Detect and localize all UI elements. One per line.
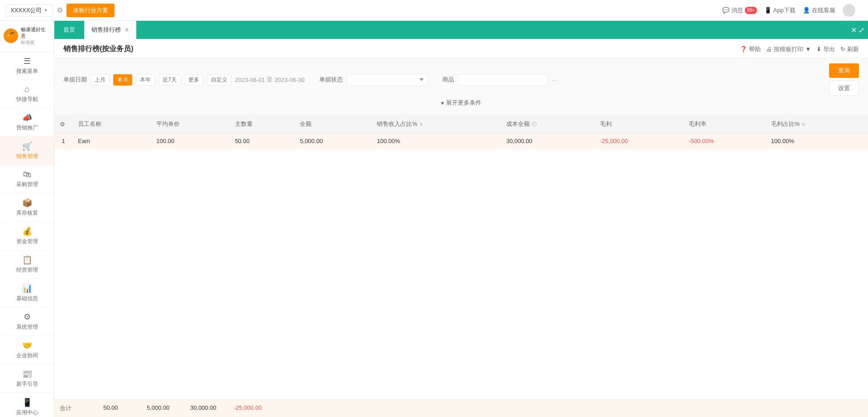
finance-icon: 💰: [22, 226, 32, 236]
sidebar-item-operation[interactable]: 📋 经营管理: [0, 250, 54, 279]
sidebar-label-collab: 企业协同: [16, 352, 38, 359]
online-service-label: 在线客服: [812, 6, 835, 14]
footer-amount-cell: 5,000.00: [147, 404, 183, 412]
data-table: ⚙ 员工名称 平均单价 主数量 全额 销售收入占比% ⇅ 成本全额: [54, 115, 868, 149]
date-separator: 至: [267, 76, 273, 84]
expand-more-btn[interactable]: ▾ 展开更多条件: [441, 99, 481, 107]
col-sales-pct: 销售收入占比% ⇅: [371, 115, 500, 133]
date-year-btn[interactable]: 本年: [136, 74, 155, 86]
message-icon: 💬: [722, 7, 729, 14]
col-cost: 成本全额 ⓘ: [501, 115, 595, 133]
app-download-btn[interactable]: 📱 App下载: [764, 6, 796, 14]
settings-btn[interactable]: 设置: [829, 81, 859, 96]
footer-cost: 30,000.00: [190, 404, 216, 411]
footer-gross-cell: -25,000.00: [234, 404, 270, 412]
help-icon: ❓: [740, 46, 747, 53]
tab-home[interactable]: 首页: [54, 21, 84, 39]
sidebar-item-sales[interactable]: 🛒 销售管理: [0, 137, 54, 165]
col-gross-pct: 毛利占比% ⇅: [766, 115, 868, 133]
refresh-label: 刷新: [847, 45, 859, 53]
filter-item-goods: 商品 ···: [442, 74, 557, 86]
footer-qty-cell: 50.00: [103, 404, 139, 412]
date-current-btn[interactable]: 本月: [113, 74, 132, 86]
online-service-btn[interactable]: 👤 在线客服: [803, 6, 835, 14]
tab-sales-rank[interactable]: 销售排行榜 ✕: [84, 21, 136, 39]
filter-item-date: 单据日期 上月 本月 本年 近7天 更多 自定义 2023-06-01 至 20…: [63, 74, 305, 86]
export-btn[interactable]: ⬇ 导出: [816, 45, 835, 53]
refresh-btn[interactable]: ↻ 刷新: [840, 45, 859, 53]
guide-icon: 📰: [22, 369, 32, 379]
gross-pct-sort-icon[interactable]: ⇅: [801, 122, 805, 127]
message-badge: 99+: [745, 7, 757, 14]
page-actions: ❓ 帮助 🖨 按模板打印 ▼ ⬇ 导出 ↻ 刷新: [740, 45, 859, 53]
table-area: ⚙ 员工名称 平均单价 主数量 全额 销售收入占比% ⇅ 成本全额: [54, 115, 868, 399]
sidebar-label-base: 基础信息: [16, 295, 38, 302]
date-label: 单据日期: [63, 76, 87, 84]
table-header-row: ⚙ 员工名称 平均单价 主数量 全额 销售收入占比% ⇅ 成本全额: [54, 115, 868, 133]
tab-close-icon[interactable]: ✕: [125, 27, 129, 33]
company-name: XXXXX公司: [10, 6, 42, 14]
sidebar-item-finance[interactable]: 💰 资金管理: [0, 222, 54, 250]
logo-text-block: 畅康通好生意 标准版: [21, 26, 50, 46]
table-head: ⚙ 员工名称 平均单价 主数量 全额 销售收入占比% ⇅ 成本全额: [54, 115, 868, 133]
sidebar-label-operation: 经营管理: [16, 266, 38, 274]
col-gross-rate: 毛利率: [683, 115, 766, 133]
top-bar: XXXXX公司 ▼ ⚙ 体验行业方案 💬 消息 99+ 📱 App下载 👤 在线…: [0, 0, 868, 21]
date-custom-btn[interactable]: 自定义: [207, 74, 231, 86]
sales-pct-sort-icon[interactable]: ⇅: [419, 122, 423, 127]
col-settings-icon[interactable]: ⚙: [60, 121, 65, 128]
date-more-btn[interactable]: 更多: [184, 74, 203, 86]
user-avatar[interactable]: [843, 4, 855, 17]
date-prev-btn[interactable]: 上月: [91, 74, 110, 86]
print-btn[interactable]: 🖨 按模板打印 ▼: [766, 45, 811, 53]
logo-icon: 🍊: [4, 29, 18, 43]
sidebar-item-shortcut[interactable]: ⌂ 快捷导航: [0, 80, 54, 108]
company-selector[interactable]: XXXXX公司 ▼: [5, 4, 53, 17]
tab-minimize-icon[interactable]: ✕: [851, 26, 857, 34]
footer-label: 合计: [60, 405, 72, 412]
col-qty: 主数量: [230, 115, 295, 133]
col-settings: ⚙: [54, 115, 72, 133]
sidebar-label-inventory: 库存核算: [16, 209, 38, 217]
cell-rank: 1: [54, 133, 72, 149]
sidebar-item-collab[interactable]: 🤝 企业协同: [0, 336, 54, 364]
print-icon: 🖨: [766, 46, 772, 53]
col-avg-price: 平均单价: [151, 115, 229, 133]
goods-input[interactable]: [458, 74, 548, 86]
sidebar-logo: 🍊 畅康通好生意 标准版: [0, 21, 54, 52]
trial-button[interactable]: 体验行业方案: [67, 4, 115, 17]
filter-item-status: 单据状态: [319, 74, 428, 86]
expand-label: 展开更多条件: [446, 99, 481, 107]
service-icon: 👤: [803, 7, 810, 14]
footer-gross: -25,000.00: [234, 404, 262, 411]
col-gross: 毛利: [595, 115, 684, 133]
sidebar-item-apps[interactable]: 📱 应用中心: [0, 393, 54, 417]
base-icon: 📊: [22, 283, 32, 293]
sidebar-item-search[interactable]: ☰ 搜索菜单: [0, 52, 54, 80]
cell-sales-pct: 100.00%: [371, 133, 500, 149]
cost-info-icon[interactable]: ⓘ: [532, 121, 537, 127]
sidebar-item-base[interactable]: 📊 基础信息: [0, 279, 54, 307]
col-name: 员工名称: [72, 115, 151, 133]
sidebar-item-system[interactable]: ⚙ 系统管理: [0, 307, 54, 336]
cell-gross-pct: 100.00%: [766, 133, 868, 149]
filter-area: 单据日期 上月 本月 本年 近7天 更多 自定义 2023-06-01 至 20…: [54, 58, 868, 115]
sidebar-label-apps: 应用中心: [16, 409, 38, 417]
sidebar-item-guide[interactable]: 📰 新手引导: [0, 364, 54, 393]
tab-maximize-icon[interactable]: ⤢: [858, 26, 864, 34]
status-select[interactable]: [346, 74, 428, 86]
goods-more-btn[interactable]: ···: [552, 77, 557, 83]
sidebar-item-marketing[interactable]: 📣 营销推广: [0, 108, 54, 137]
date-7days-btn[interactable]: 近7天: [158, 74, 181, 86]
query-btn[interactable]: 查询: [829, 63, 859, 78]
sidebar-item-purchase[interactable]: 🛍 采购管理: [0, 165, 54, 193]
expand-down-icon: ▾: [441, 100, 444, 106]
operation-icon: 📋: [22, 255, 32, 265]
sidebar-label-system: 系统管理: [16, 323, 38, 331]
tab-bar: 首页 销售排行榜 ✕ ✕ ⤢: [54, 21, 868, 39]
sidebar-item-inventory[interactable]: 📦 库存核算: [0, 193, 54, 222]
settings-icon[interactable]: ⚙: [57, 6, 63, 14]
message-btn[interactable]: 💬 消息 99+: [722, 6, 757, 14]
sidebar-label-finance: 资金管理: [16, 238, 38, 245]
help-btn[interactable]: ❓ 帮助: [740, 45, 761, 53]
